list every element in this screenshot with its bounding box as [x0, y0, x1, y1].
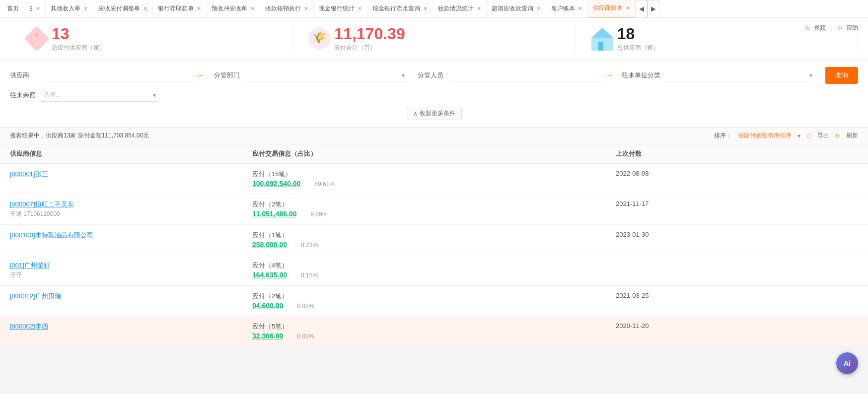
result-bar-right: 排序： 按应付余额倒序排序 ▾ ⬡ 导出 ↻ 刷新	[714, 131, 858, 140]
help-icon: ⊙	[837, 25, 842, 32]
close-icon[interactable]: ✕	[250, 5, 255, 12]
svg-rect-7	[605, 42, 610, 47]
transaction-info-3: 应付（1笔） 258,000.00 0.23%	[252, 231, 616, 249]
refresh-icon: ↻	[835, 132, 840, 139]
supplier-link-5[interactable]: [000012]广州贝瑞	[10, 292, 61, 300]
top-right-links: ⊙ 视频 │ ⊙ 帮助	[805, 24, 859, 32]
nav-next-arrow[interactable]: ▶	[648, 0, 659, 18]
nav-tab-customer-ledger[interactable]: 客户账本 ✕	[546, 0, 588, 18]
transaction-info-2: 应付（2笔） 11,051,486.00 9.89%	[252, 200, 616, 218]
category-filter-label: 往来单位分类	[622, 71, 660, 80]
ap-amount-6[interactable]: 32,366.00	[252, 332, 283, 340]
last-pay-1: 2022-08-08	[616, 170, 858, 177]
sort-label: 排序：	[714, 131, 732, 140]
close-icon[interactable]: ✕	[477, 5, 481, 12]
nav-tab-supplier-ledger[interactable]: 供应商账本 ✕	[588, 0, 636, 18]
transaction-info-5: 应付（2笔） 94,600.00 0.08%	[252, 292, 616, 310]
nav-tab-label: 3	[29, 5, 33, 12]
ap-amount-2[interactable]: 11,051,486.00	[252, 210, 297, 218]
last-pay-6: 2020-11-20	[616, 322, 858, 329]
video-link[interactable]: 视频	[814, 24, 826, 32]
close-icon[interactable]: ✕	[36, 5, 40, 12]
dept-select[interactable]: ▾	[245, 70, 408, 81]
nav-tab-receipt-stat[interactable]: 收款情况统计 ✕	[433, 0, 487, 18]
ap-label-3: 应付（1笔）	[252, 231, 616, 240]
stat-number-3: 18	[617, 26, 659, 42]
ap-amount-3[interactable]: 258,000.00	[252, 241, 287, 249]
nav-tab-overdue-ar[interactable]: 超期应收款查询 ✕	[487, 0, 546, 18]
close-icon[interactable]: ✕	[304, 5, 308, 12]
sort-select[interactable]: 按应付余额倒序排序	[738, 131, 792, 140]
svg-text:❖: ❖	[35, 33, 39, 38]
export-button[interactable]: 导出	[817, 131, 829, 140]
person-dots-icon[interactable]: ···	[605, 71, 611, 80]
nav-tab-3[interactable]: 3 ✕	[24, 0, 46, 18]
stat-item-suppliers-payable: ❖ 13 总应付供应商（家）	[10, 24, 292, 54]
ap-amount-4[interactable]: 164,635.90	[252, 271, 287, 279]
ap-label-4: 应付（4笔）	[252, 261, 616, 270]
ap-label-5: 应付（2笔）	[252, 292, 616, 301]
balance-select[interactable]: 选择... ▾	[41, 89, 159, 102]
nav-tab-cash-stat[interactable]: 现金银行统计 ✕	[314, 0, 367, 18]
nav-tab-receipt-verify[interactable]: 收款核销执行 ✕	[260, 0, 314, 18]
table-row: [001]广州荣轩 仔仔 应付（4笔） 164,635.90 0.15%	[0, 255, 868, 286]
nav-tab-label: 首页	[7, 4, 19, 13]
store-icon	[587, 24, 617, 54]
filter-person: 分管人员 ···	[418, 69, 612, 81]
category-select[interactable]: ▾	[663, 70, 816, 81]
ap-amount-1[interactable]: 100,092,540.00	[252, 180, 300, 188]
filter-row-2: 往来余额 选择... ▾	[10, 89, 858, 102]
nav-tab-label: 超期应收款查询	[492, 4, 533, 13]
supplier-dots-icon[interactable]: ···	[197, 71, 204, 80]
ap-pct-6: 0.03%	[297, 333, 314, 340]
supplier-info-1: [000001]张三	[10, 170, 252, 179]
nav-tab-cash-flow[interactable]: 现金银行流水查询 ✕	[367, 0, 433, 18]
nav-tab-other-income[interactable]: 其他收入单 ✕	[46, 0, 93, 18]
category-dropdown-arrow: ▾	[809, 72, 812, 79]
table-row: [000007]恒旺二手叉车 王通 17106110000 应付（2笔） 11,…	[0, 194, 868, 225]
last-pay-2: 2021-11-17	[616, 200, 858, 207]
supplier-link-1[interactable]: [000001]张三	[10, 170, 48, 178]
stat-number-2: 11,170.39	[334, 26, 405, 42]
supplier-filter-label: 供应商	[10, 71, 38, 80]
close-icon[interactable]: ✕	[143, 5, 147, 12]
person-filter-label: 分管人员	[418, 71, 445, 80]
nav-tab-prepay-offset[interactable]: 预收冲应收单 ✕	[207, 0, 260, 18]
help-link[interactable]: 帮助	[846, 24, 858, 32]
refresh-button[interactable]: 刷新	[846, 131, 858, 140]
nav-tab-label: 收款情况统计	[438, 4, 474, 13]
nav-tab-label: 预收冲应收单	[212, 4, 247, 13]
close-icon[interactable]: ✕	[626, 5, 630, 11]
filter-area: 供应商 ··· 分管部门 ▾ 分管人员 ··· 往来单位分类 ▾ 查询	[0, 60, 868, 128]
stat-label-2: 应付合计（万）	[334, 44, 405, 52]
close-icon[interactable]: ✕	[358, 5, 362, 12]
collapse-button[interactable]: ∧ 收起更多条件	[407, 107, 462, 120]
supplier-link-3[interactable]: [000100]本特勤油品有限公司	[10, 231, 93, 239]
svg-rect-6	[598, 42, 603, 51]
supplier-input[interactable]	[41, 69, 194, 81]
data-table: 供应商信息 应付交易信息（占比） 上次付数 [000001]张三 应付（15笔）…	[0, 144, 868, 346]
supplier-link-2[interactable]: [000007]恒旺二手叉车	[10, 200, 74, 208]
ap-amount-5[interactable]: 94,600.00	[252, 302, 283, 310]
close-icon[interactable]: ✕	[423, 5, 428, 12]
supplier-link-6[interactable]: [000002]李四	[10, 323, 48, 330]
supplier-info-2: [000007]恒旺二手叉车 王通 17106110000	[10, 200, 252, 218]
nav-tab-ar-ap-adjust[interactable]: 应收应付调整单 ✕	[93, 0, 153, 18]
search-button[interactable]: 查询	[825, 67, 858, 84]
nav-prev-arrow[interactable]: ◀	[636, 0, 648, 18]
nav-tab-home[interactable]: 首页	[2, 0, 24, 18]
collapse-label: 收起更多条件	[420, 109, 455, 118]
supplier-link-4[interactable]: [001]广州荣轩	[10, 262, 50, 269]
table-row: [000012]广州贝瑞 应付（2笔） 94,600.00 0.08% 2021…	[0, 286, 868, 316]
nav-tab-bank-deposit[interactable]: 银行存取款单 ✕	[153, 0, 207, 18]
close-icon[interactable]: ✕	[578, 5, 582, 12]
balance-filter-label: 往来余额	[10, 91, 38, 100]
close-icon[interactable]: ✕	[83, 5, 88, 12]
svg-rect-0	[24, 26, 50, 52]
nav-tab-label: 现金银行统计	[319, 4, 355, 13]
sort-dropdown-arrow[interactable]: ▾	[797, 132, 800, 139]
last-pay-5: 2021-03-25	[616, 292, 858, 299]
close-icon[interactable]: ✕	[197, 5, 201, 12]
close-icon[interactable]: ✕	[536, 5, 541, 12]
person-input[interactable]	[448, 69, 602, 81]
